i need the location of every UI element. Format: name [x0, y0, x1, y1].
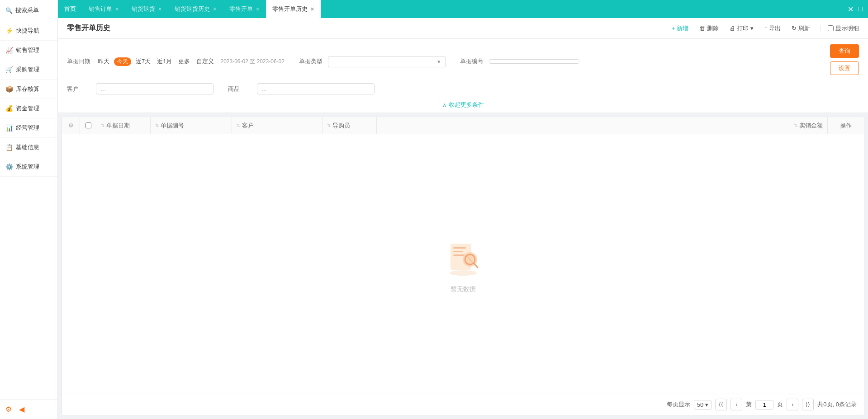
page-last-btn[interactable]: ⟩⟩ — [802, 399, 814, 410]
empty-text: 暂无数据 — [451, 285, 476, 293]
show-detail-checkbox-label[interactable]: 显示明细 — [828, 24, 859, 33]
refresh-button[interactable]: ↻ 刷新 — [789, 23, 813, 34]
date-today[interactable]: 今天 — [114, 57, 131, 66]
tab-bar: 首页 销售订单 ✕ 销货退货 ✕ 销货退货历史 ✕ 零售开单 ✕ 零售开单历史 … — [58, 0, 868, 18]
page-label: 第 — [746, 400, 752, 409]
tab-home-label: 首页 — [64, 5, 76, 13]
toolbar-actions: + 新增 🗑 删除 🖨 打印 ▾ ↑ 导出 ↻ 刷新 显示明细 — [669, 23, 859, 34]
date-yesterday[interactable]: 昨天 — [96, 57, 111, 66]
print-dropdown-icon[interactable]: ▾ — [750, 25, 754, 32]
sidebar-item-sales-mgmt[interactable]: 📈 销售管理 — [0, 41, 57, 60]
add-label: + 新增 — [672, 24, 688, 33]
print-button[interactable]: 🖨 打印 ▾ — [727, 23, 757, 34]
per-page-arrow-icon: ▾ — [705, 401, 708, 408]
col-header-date[interactable]: ⇅ 单据日期 — [96, 117, 151, 134]
sidebar-item-label: 资金管理 — [16, 104, 39, 113]
sidebar-item-basic-info[interactable]: 📋 基础信息 — [0, 138, 57, 157]
tab-sales-return-close[interactable]: ✕ — [158, 6, 162, 12]
window-close-icon[interactable]: ✕ — [848, 5, 854, 14]
collapse-sidebar-icon[interactable]: ◀ — [19, 405, 24, 414]
sidebar-item-label: 销售管理 — [16, 46, 39, 54]
svg-line-7 — [474, 264, 478, 268]
goods-input[interactable]: ... — [257, 83, 375, 94]
show-detail-checkbox[interactable] — [828, 25, 834, 31]
sort-icon: ⇅ — [327, 123, 331, 128]
purchase-mgmt-icon: 🛒 — [5, 66, 13, 73]
goods-placeholder: ... — [262, 85, 267, 92]
col-header-client[interactable]: ⇅ 客户 — [232, 117, 323, 134]
tab-sales-order-close[interactable]: ✕ — [115, 6, 119, 12]
add-button[interactable]: + 新增 — [669, 23, 691, 34]
sidebar-search[interactable]: 🔍 搜索采单 — [0, 0, 57, 21]
doc-type-arrow-icon: ▾ — [437, 58, 441, 65]
sidebar-item-inventory[interactable]: 📦 库存核算 — [0, 80, 57, 99]
col-header-amount[interactable]: ⇅ 实销金额 — [377, 117, 828, 134]
tab-bar-right: ✕ □ — [848, 5, 868, 14]
sidebar-item-ops-mgmt[interactable]: 📊 经营管理 — [0, 118, 57, 138]
client-input[interactable]: ... — [96, 83, 213, 94]
page-first-btn[interactable]: ⟨⟨ — [715, 399, 727, 410]
col-header-guide[interactable]: ⇅ 导购员 — [323, 117, 377, 134]
tab-retail-open-close[interactable]: ✕ — [256, 6, 260, 12]
table-select-all[interactable] — [80, 122, 96, 128]
tab-retail-open-history-label: 零售开单历史 — [272, 5, 308, 13]
sidebar-search-label: 搜索采单 — [15, 6, 39, 14]
select-all-checkbox[interactable] — [85, 122, 91, 128]
per-page-select[interactable]: 50 ▾ — [694, 400, 711, 410]
col-op-label: 操作 — [840, 122, 852, 130]
delete-button[interactable]: 🗑 删除 — [697, 23, 721, 34]
sidebar: 🔍 搜索采单 ⚡ 快捷导航 📈 销售管理 🛒 采购管理 📦 库存核算 💰 资金管… — [0, 0, 58, 419]
date-more[interactable]: 更多 — [176, 57, 192, 66]
page-prev-btn[interactable]: ‹ — [730, 399, 742, 410]
settings-icon[interactable]: ⚙ — [5, 405, 12, 414]
tab-retail-open-history[interactable]: 零售开单历史 ✕ — [266, 0, 321, 18]
toolbar-divider — [820, 25, 821, 32]
settings-button[interactable]: 设置 — [830, 61, 859, 75]
page-next-btn[interactable]: › — [787, 399, 798, 410]
tab-home[interactable]: 首页 — [58, 0, 82, 18]
table-settings-icon[interactable]: ⚙ — [62, 117, 80, 134]
tab-sales-order[interactable]: 销售订单 ✕ — [82, 0, 125, 18]
chevron-up-icon: ∧ — [442, 102, 447, 108]
table-header: ⚙ ⇅ 单据日期 ⇅ 单据编号 ⇅ 客户 ⇅ 导购员 ⇅ 实销金额 — [62, 117, 864, 134]
col-header-sn[interactable]: ⇅ 单据编号 — [151, 117, 232, 134]
filter-collapse-button[interactable]: ∧ 收起更多条件 — [67, 99, 859, 113]
tab-retail-open-label: 零售开单 — [229, 5, 253, 13]
doc-type-select[interactable]: ▾ — [328, 56, 446, 67]
per-page-label: 每页显示 — [667, 400, 690, 409]
goods-filter-label: 商品 — [228, 85, 253, 93]
per-page-value: 50 — [697, 401, 703, 408]
sidebar-item-quick-nav[interactable]: ⚡ 快捷导航 — [0, 21, 57, 41]
pagination: 每页显示 50 ▾ ⟨⟨ ‹ 第 页 › ⟩⟩ 共0页, 0条记录 — [62, 394, 864, 415]
doc-number-input[interactable] — [489, 59, 579, 64]
date-1month[interactable]: 近1月 — [155, 57, 174, 66]
export-button[interactable]: ↑ 导出 — [762, 23, 783, 34]
tab-retail-open[interactable]: 零售开单 ✕ — [223, 0, 266, 18]
empty-state: 暂无数据 — [62, 134, 864, 394]
date-shortcuts: 昨天 今天 近7天 近1月 更多 自定义 2023-06-02 至 2023-0… — [96, 57, 285, 66]
total-text: 共0页, 0条记录 — [817, 400, 857, 409]
tab-sales-return-history-close[interactable]: ✕ — [213, 6, 217, 12]
inventory-icon: 📦 — [5, 85, 13, 93]
window-restore-icon[interactable]: □ — [858, 5, 863, 13]
sidebar-item-purchase-mgmt[interactable]: 🛒 采购管理 — [0, 60, 57, 80]
svg-rect-4 — [453, 254, 465, 256]
sidebar-item-label: 库存核算 — [16, 85, 39, 93]
sidebar-item-label: 经营管理 — [16, 124, 39, 132]
sidebar-item-sys-mgmt[interactable]: ⚙️ 系统管理 — [0, 157, 57, 177]
tab-sales-return[interactable]: 销货退货 ✕ — [125, 0, 168, 18]
empty-icon — [441, 235, 486, 280]
query-button[interactable]: 查询 — [830, 44, 859, 58]
sidebar-item-label: 系统管理 — [16, 163, 39, 171]
tab-retail-open-history-close[interactable]: ✕ — [310, 6, 314, 12]
sys-mgmt-icon: ⚙️ — [5, 163, 13, 170]
date-7days[interactable]: 近7天 — [134, 57, 152, 66]
doc-type-label: 单据类型 — [299, 57, 324, 66]
svg-point-0 — [450, 270, 477, 276]
page-title: 零售开单历史 — [67, 24, 110, 33]
page-number-input[interactable] — [755, 400, 773, 410]
tab-sales-return-history[interactable]: 销货退货历史 ✕ — [168, 0, 223, 18]
sidebar-item-finance[interactable]: 💰 资金管理 — [0, 99, 57, 118]
date-custom[interactable]: 自定义 — [194, 57, 216, 66]
quick-nav-icon: ⚡ — [5, 27, 13, 34]
